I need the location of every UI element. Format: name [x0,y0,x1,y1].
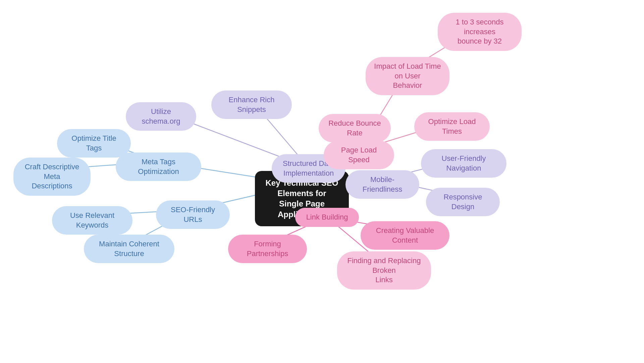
node-page-load[interactable]: Page Load Speed [324,141,394,169]
node-craft-meta[interactable]: Craft Descriptive MetaDescriptions [13,158,91,196]
node-maintain-structure[interactable]: Maintain Coherent Structure [84,235,174,263]
node-enhance-rich[interactable]: Enhance Rich Snippets [211,90,292,119]
node-reduce-bounce[interactable]: Reduce Bounce Rate [319,114,391,142]
node-utilize-schema[interactable]: Utilize schema.org [126,102,196,131]
node-creating-valuable[interactable]: Creating Valuable Content [361,221,449,250]
node-meta-tags[interactable]: Meta Tags Optimization [116,153,201,181]
node-seo-urls[interactable]: SEO-Friendly URLs [156,200,230,229]
node-bounce-stat[interactable]: 1 to 3 seconds increasesbounce by 32 [438,13,522,51]
node-forming-partnerships[interactable]: Forming Partnerships [228,235,307,263]
node-optimize-times[interactable]: Optimize Load Times [414,112,490,141]
node-responsive-design[interactable]: Responsive Design [426,188,500,216]
node-mobile-friendly[interactable]: Mobile-Friendliness [345,170,419,199]
mind-map: Key Technical SEO Elements for Single Pa… [0,0,644,363]
node-link-building[interactable]: Link Building [295,208,359,227]
node-user-friendly-nav[interactable]: User-Friendly Navigation [421,149,506,178]
node-finding-broken[interactable]: Finding and Replacing BrokenLinks [337,251,431,290]
node-optimize-title[interactable]: Optimize Title Tags [57,129,131,158]
node-impact-load[interactable]: Impact of Load Time on UserBehavior [366,57,449,95]
node-use-keywords[interactable]: Use Relevant Keywords [52,206,132,235]
